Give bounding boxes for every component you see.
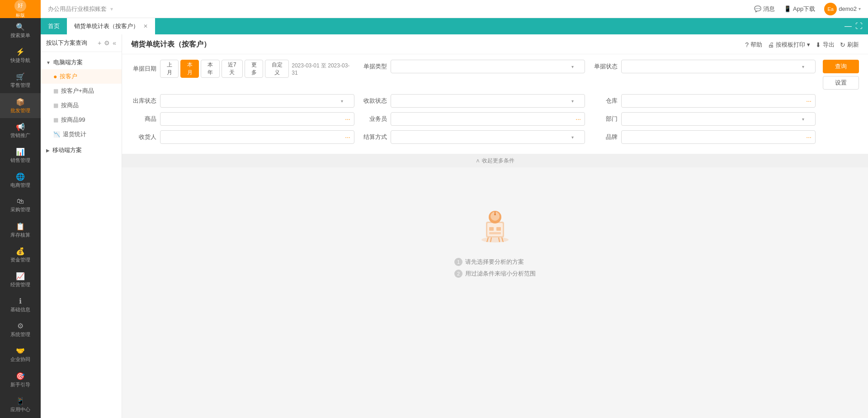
brand-input[interactable]: ··· bbox=[621, 130, 816, 144]
out-status-select[interactable]: ▾ bbox=[160, 94, 354, 108]
sidebar-item-app-center[interactable]: 📱 应用中心 bbox=[0, 392, 41, 417]
tab-sales-stats[interactable]: 销货单统计表（按客户） ✕ bbox=[67, 18, 155, 34]
sidebar-item-quick-nav[interactable]: ⚡ 快捷导航 bbox=[0, 43, 41, 68]
this-year-btn[interactable]: 本年 bbox=[201, 60, 219, 78]
more-date-btn[interactable]: 更多 bbox=[245, 60, 263, 78]
tree-item-return-stats[interactable]: 📉 退货统计 bbox=[41, 127, 122, 142]
product99-icon: ▦ bbox=[53, 117, 58, 123]
settlement-label: 结算方式 bbox=[362, 133, 387, 141]
tree-item-by-customer[interactable]: ● 按客户 bbox=[41, 69, 122, 84]
content-area: 销货单统计表（按客户） ? 帮助 🖨 按模板打印 ▾ ⬇ 导出 bbox=[122, 34, 868, 418]
sidebar-item-newbie[interactable]: 🎯 新手引导 bbox=[0, 367, 41, 392]
receiver-more-btn[interactable]: ··· bbox=[345, 133, 350, 141]
sidebar-item-basic-info[interactable]: ℹ 基础信息 bbox=[0, 292, 41, 317]
sidebar-item-inventory[interactable]: 📋 库存核算 bbox=[0, 218, 41, 242]
tab-maximize-btn[interactable]: ⛶ bbox=[855, 22, 863, 30]
salesman-more-btn[interactable]: ··· bbox=[576, 115, 581, 123]
app-download-action[interactable]: 📱 App下载 bbox=[784, 5, 815, 13]
add-scheme-btn[interactable]: + bbox=[98, 39, 101, 47]
sidebar-item-purchase-mgmt[interactable]: 🛍 采购管理 bbox=[0, 193, 41, 217]
sidebar-item-ecommerce[interactable]: 🌐 电商管理 bbox=[0, 168, 41, 193]
sidebar-logo[interactable]: 好 标版 bbox=[0, 0, 41, 18]
out-status-arrow: ▾ bbox=[341, 99, 343, 104]
sidebar-item-label: 快捷导航 bbox=[10, 57, 30, 63]
sidebar-item-system-mgmt[interactable]: ⚙ 系统管理 bbox=[0, 317, 41, 342]
sidebar-item-finance[interactable]: 💰 资金管理 bbox=[0, 242, 41, 267]
sidebar: 好 标版 🔍 搜索菜单 ⚡ 快捷导航 🛒 零售管理 📦 批发管理 📢 营销推广 … bbox=[0, 0, 41, 418]
sidebar-item-operations[interactable]: 📈 经营管理 bbox=[0, 267, 41, 292]
receiver-input[interactable]: ··· bbox=[160, 130, 354, 144]
user-profile[interactable]: Ea demo2 ▾ bbox=[824, 3, 861, 15]
left-panel-actions: + ⚙ « bbox=[98, 39, 116, 47]
sidebar-item-marketing[interactable]: 📢 营销推广 bbox=[0, 118, 41, 143]
custom-date-btn[interactable]: 自定义 bbox=[265, 60, 289, 78]
product-more-btn[interactable]: ··· bbox=[345, 115, 350, 123]
logo-text: 标版 bbox=[16, 12, 25, 19]
help-btn[interactable]: ? 帮助 bbox=[745, 41, 762, 49]
app-download-label: App下载 bbox=[793, 5, 815, 13]
search-menu-icon: 🔍 bbox=[16, 23, 25, 31]
doc-status-select[interactable]: ▾ bbox=[621, 60, 816, 73]
brand-more-btn[interactable]: ··· bbox=[806, 133, 811, 141]
empty-hints: 1 请先选择要分析的方案 2 用过滤条件来缩小分析范围 bbox=[454, 258, 536, 278]
print-btn[interactable]: 🖨 按模板打印 ▾ bbox=[768, 41, 810, 49]
warehouse-more-btn[interactable]: ··· bbox=[806, 97, 811, 104]
export-btn[interactable]: ⬇ 导出 bbox=[816, 41, 835, 49]
tree-item-label: 按客户+商品 bbox=[61, 87, 94, 95]
sidebar-item-sales-mgmt[interactable]: 📊 销售管理 bbox=[0, 143, 41, 168]
collapse-bar[interactable]: ∧ 收起更多条件 bbox=[122, 154, 868, 167]
tree-item-by-product-99[interactable]: ▦ 按商品99 bbox=[41, 113, 122, 127]
left-panel-header: 按以下方案查询 + ⚙ « bbox=[41, 34, 122, 52]
retail-mgmt-icon: 🛒 bbox=[16, 72, 25, 81]
system-mgmt-icon: ⚙ bbox=[17, 322, 24, 330]
newbie-icon: 🎯 bbox=[16, 372, 25, 380]
sidebar-item-label: 采购管理 bbox=[10, 207, 30, 213]
settlement-select[interactable]: ▾ bbox=[391, 130, 585, 144]
last-month-btn[interactable]: 上月 bbox=[160, 60, 179, 78]
sidebar-item-label: 企业协同 bbox=[10, 356, 30, 362]
receipt-status-select[interactable]: ▾ bbox=[391, 94, 585, 108]
doc-type-select[interactable]: ▾ bbox=[391, 60, 585, 73]
refresh-btn[interactable]: ↻ 刷新 bbox=[840, 41, 859, 49]
tree-item-by-product[interactable]: ▦ 按商品 bbox=[41, 98, 122, 113]
desktop-group: ▼ 电脑端方案 ● 按客户 ▦ 按客户+商品 ▦ 按商品 bbox=[41, 56, 122, 142]
tab-minimize-btn[interactable]: — bbox=[844, 22, 852, 30]
print-dropdown-arrow: ▾ bbox=[807, 41, 810, 48]
avatar: Ea bbox=[824, 3, 837, 15]
last-7days-btn[interactable]: 近7天 bbox=[222, 60, 243, 78]
return-stats-icon: 📉 bbox=[53, 131, 60, 138]
left-panel-title: 按以下方案查询 bbox=[46, 39, 87, 47]
tab-home[interactable]: 首页 bbox=[41, 18, 67, 34]
svg-rect-8 bbox=[496, 227, 501, 231]
page-header-actions: ? 帮助 🖨 按模板打印 ▾ ⬇ 导出 ↻ 刷新 bbox=[745, 41, 859, 49]
page-header: 销货单统计表（按客户） ? 帮助 🖨 按模板打印 ▾ ⬇ 导出 bbox=[122, 34, 868, 54]
sidebar-item-label: 系统管理 bbox=[10, 332, 30, 337]
tab-close-btn[interactable]: ✕ bbox=[143, 23, 148, 29]
product-label: 商品 bbox=[131, 115, 156, 123]
sidebar-item-search-menu[interactable]: 🔍 搜索菜单 bbox=[0, 18, 41, 43]
sidebar-item-label: 营销推广 bbox=[10, 133, 30, 138]
sidebar-item-enterprise[interactable]: 🤝 企业协同 bbox=[0, 342, 41, 367]
sales-stats-tab-label: 销货单统计表（按客户） bbox=[74, 22, 139, 30]
warehouse-input[interactable]: ··· bbox=[621, 94, 816, 108]
query-btn[interactable]: 查询 bbox=[823, 60, 859, 73]
sidebar-item-retail-mgmt[interactable]: 🛒 零售管理 bbox=[0, 68, 41, 93]
header-left: 办公用品行业模拟账套 ▾ bbox=[48, 5, 113, 13]
message-action[interactable]: 💬 消息 bbox=[754, 5, 775, 13]
dept-label: 部门 bbox=[592, 115, 618, 123]
collapse-label: 收起更多条件 bbox=[482, 157, 514, 164]
scheme-settings-btn[interactable]: ⚙ bbox=[104, 39, 110, 47]
salesman-input[interactable]: ··· bbox=[391, 112, 585, 126]
mobile-group-label[interactable]: ▶ 移动端方案 bbox=[41, 143, 122, 157]
purchase-mgmt-icon: 🛍 bbox=[17, 197, 24, 205]
product-input[interactable]: ··· bbox=[160, 112, 354, 126]
sidebar-item-wholesale-mgmt[interactable]: 📦 批发管理 bbox=[0, 93, 41, 118]
collapse-panel-btn[interactable]: « bbox=[113, 39, 116, 47]
dept-select[interactable]: ▾ bbox=[621, 112, 816, 126]
settings-btn[interactable]: 设置 bbox=[823, 76, 859, 90]
this-month-btn[interactable]: 本月 bbox=[180, 60, 199, 78]
receiver-label: 收货人 bbox=[131, 133, 156, 141]
tree-item-by-customer-product[interactable]: ▦ 按客户+商品 bbox=[41, 84, 122, 98]
dropdown-arrow-industry[interactable]: ▾ bbox=[110, 6, 113, 12]
desktop-group-label[interactable]: ▼ 电脑端方案 bbox=[41, 56, 122, 69]
